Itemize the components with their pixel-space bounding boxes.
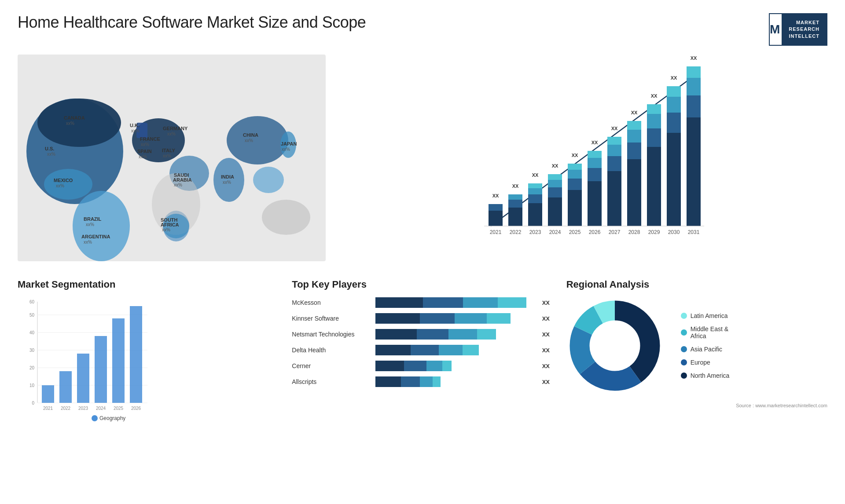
svg-rect-66 <box>548 174 562 180</box>
player-value: XX <box>542 315 553 322</box>
player-value: XX <box>542 347 553 354</box>
svg-text:20: 20 <box>29 365 35 370</box>
svg-point-148 <box>592 323 638 369</box>
svg-text:2023: 2023 <box>78 406 88 411</box>
svg-rect-63 <box>548 197 562 226</box>
legend-item-na: North America <box>681 372 730 379</box>
legend-label: Middle East &Africa <box>691 325 728 340</box>
regional-title: Regional Analysis <box>566 279 827 290</box>
svg-point-10 <box>227 116 288 164</box>
legend-label: North America <box>691 372 730 379</box>
svg-text:MEXICO: MEXICO <box>54 178 73 183</box>
donut-legend: Latin America Middle East &Africa Asia P… <box>681 312 730 379</box>
svg-text:FRANCE: FRANCE <box>140 136 160 142</box>
player-bar <box>375 376 534 387</box>
players-title: Top Key Players <box>292 279 553 290</box>
svg-rect-83 <box>627 159 641 226</box>
svg-text:xx%: xx% <box>167 131 176 136</box>
bar-chart-section: XX XX XX XX XX <box>339 55 827 266</box>
svg-text:30: 30 <box>29 348 35 353</box>
svg-text:2022: 2022 <box>61 406 71 411</box>
svg-text:U.K.: U.K. <box>130 123 140 128</box>
svg-text:2030: 2030 <box>668 229 680 235</box>
bottom-grid: Market Segmentation 0 10 20 30 40 50 60 <box>18 279 827 427</box>
segmentation-title: Market Segmentation <box>18 279 279 290</box>
svg-text:2029: 2029 <box>648 229 660 235</box>
svg-text:XX: XX <box>532 172 539 178</box>
logo-letter: M <box>770 22 780 37</box>
svg-rect-86 <box>627 121 641 130</box>
svg-rect-59 <box>528 194 542 203</box>
svg-rect-94 <box>667 113 681 133</box>
svg-rect-129 <box>42 385 54 403</box>
legend-item-latin: Latin America <box>681 312 730 319</box>
svg-text:XX: XX <box>512 183 519 189</box>
donut-chart-svg <box>566 297 663 394</box>
svg-point-141 <box>92 415 98 421</box>
svg-text:CANADA: CANADA <box>64 115 85 121</box>
donut-row: Latin America Middle East &Africa Asia P… <box>566 297 827 394</box>
svg-point-3 <box>44 169 92 200</box>
svg-text:ARABIA: ARABIA <box>173 177 192 183</box>
svg-text:xx%: xx% <box>245 138 253 143</box>
svg-text:40: 40 <box>29 330 35 335</box>
svg-rect-131 <box>77 354 89 403</box>
player-name: Kinnser Software <box>292 315 371 322</box>
svg-text:XX: XX <box>592 140 598 145</box>
svg-text:2025: 2025 <box>114 406 124 411</box>
svg-rect-74 <box>588 168 602 181</box>
player-row-netsmart: Netsmart Technologies XX <box>292 329 553 340</box>
svg-text:2026: 2026 <box>131 406 141 411</box>
legend-dot <box>681 313 687 319</box>
svg-text:0: 0 <box>32 401 34 405</box>
regional-section: Regional Analysis <box>566 279 827 427</box>
player-row-allscripts: Allscripts XX <box>292 376 553 387</box>
legend-label: Asia Pacific <box>691 346 722 353</box>
svg-point-4 <box>73 191 130 261</box>
svg-rect-56 <box>508 194 522 200</box>
legend-item-apac: Asia Pacific <box>681 346 730 353</box>
svg-rect-54 <box>508 208 522 226</box>
svg-text:JAPAN: JAPAN <box>281 141 297 146</box>
svg-rect-95 <box>667 97 681 113</box>
svg-text:XX: XX <box>631 110 638 115</box>
svg-rect-81 <box>607 137 621 145</box>
player-row-kinnser: Kinnser Software XX <box>292 313 553 324</box>
svg-rect-132 <box>95 336 107 403</box>
svg-text:xx%: xx% <box>282 147 290 152</box>
player-name: Netsmart Technologies <box>292 331 371 338</box>
svg-text:xx%: xx% <box>162 227 170 232</box>
svg-text:INDIA: INDIA <box>221 174 234 179</box>
player-value: XX <box>542 331 553 338</box>
player-bar <box>375 297 534 308</box>
legend-item-mea: Middle East &Africa <box>681 325 730 340</box>
player-row-mckesson: McKesson XX <box>292 297 553 308</box>
svg-rect-58 <box>528 203 542 226</box>
svg-text:ITALY: ITALY <box>162 148 176 153</box>
svg-rect-55 <box>508 200 522 208</box>
svg-text:xx%: xx% <box>141 142 149 147</box>
svg-rect-134 <box>130 306 142 403</box>
player-bar <box>375 313 534 324</box>
svg-text:2028: 2028 <box>628 229 640 235</box>
svg-text:xx%: xx% <box>163 153 171 158</box>
svg-rect-61 <box>528 183 542 188</box>
svg-rect-84 <box>627 142 641 159</box>
legend-dot <box>681 373 687 379</box>
svg-rect-78 <box>607 171 621 226</box>
svg-rect-52 <box>489 204 503 211</box>
legend-item-europe: Europe <box>681 359 730 366</box>
svg-text:2026: 2026 <box>589 229 601 235</box>
svg-text:2022: 2022 <box>510 229 522 235</box>
svg-text:xx%: xx% <box>86 222 94 227</box>
svg-text:xx%: xx% <box>139 154 147 159</box>
svg-rect-79 <box>607 156 621 171</box>
svg-rect-85 <box>627 130 641 142</box>
svg-text:XX: XX <box>492 193 499 198</box>
svg-rect-75 <box>588 158 602 168</box>
world-map-svg: CANADA xx% U.S. xx% MEXICO xx% BRAZIL xx… <box>18 55 326 261</box>
svg-text:CHINA: CHINA <box>243 132 258 138</box>
segmentation-section: Market Segmentation 0 10 20 30 40 50 60 <box>18 279 279 427</box>
svg-text:GERMANY: GERMANY <box>163 126 188 131</box>
svg-text:xx%: xx% <box>47 152 55 157</box>
